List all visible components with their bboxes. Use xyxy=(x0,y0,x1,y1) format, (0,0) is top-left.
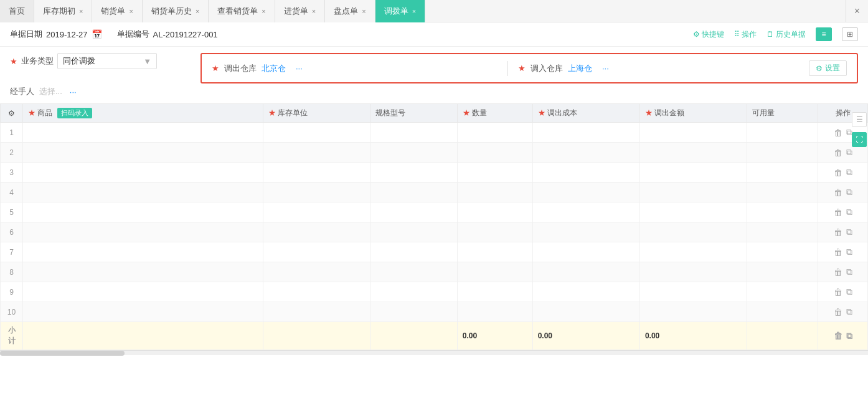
gear-icon[interactable]: ⚙ xyxy=(8,109,15,118)
tab-inventory-init-close[interactable]: × xyxy=(79,7,83,15)
tab-sales-order[interactable]: 销货单 × xyxy=(92,0,142,22)
handler-select[interactable]: 选择... xyxy=(39,86,62,97)
row-amount[interactable] xyxy=(639,262,747,282)
tab-inventory-init[interactable]: 库存期初 × xyxy=(34,0,92,22)
copy-row-btn[interactable]: ⧉ xyxy=(846,227,852,237)
tab-view-sales[interactable]: 查看销货单 × xyxy=(209,0,275,22)
row-cost[interactable] xyxy=(532,222,639,242)
row-product[interactable] xyxy=(23,183,263,202)
row-qty[interactable] xyxy=(457,282,532,302)
copy-row-btn[interactable]: ⧉ xyxy=(846,147,852,158)
row-product[interactable] xyxy=(23,123,263,143)
handler-more-btn[interactable]: ··· xyxy=(70,87,77,97)
scrollbar-thumb[interactable] xyxy=(0,351,125,356)
row-amount[interactable] xyxy=(639,143,747,163)
copy-row-btn[interactable]: ⧉ xyxy=(846,167,852,178)
row-amount[interactable] xyxy=(639,202,747,222)
row-cost[interactable] xyxy=(532,123,639,143)
row-product[interactable] xyxy=(23,163,263,183)
row-qty[interactable] xyxy=(457,183,532,202)
warehouse-out-value[interactable]: 北京仓 xyxy=(262,63,286,74)
tab-purchase-order[interactable]: 进货单 × xyxy=(275,0,325,22)
row-cost[interactable]: 0.00 xyxy=(532,322,639,350)
copy-row-btn[interactable]: ⧉ xyxy=(846,287,852,297)
delete-row-btn[interactable]: 🗑 xyxy=(834,287,842,297)
shortcut-btn[interactable]: ⚙ 快捷键 xyxy=(693,29,724,40)
copy-row-btn[interactable]: ⧉ xyxy=(846,267,852,277)
row-qty[interactable] xyxy=(457,163,532,183)
copy-row-btn[interactable]: ⧉ xyxy=(846,307,852,317)
row-amount[interactable] xyxy=(639,242,747,262)
row-qty[interactable] xyxy=(457,242,532,262)
delete-row-btn[interactable]: 🗑 xyxy=(834,247,842,257)
scan-btn[interactable]: 扫码录入 xyxy=(57,108,92,118)
row-cost[interactable] xyxy=(532,302,639,322)
copy-row-btn[interactable]: ⧉ xyxy=(846,247,852,257)
copy-row-btn[interactable]: ⧉ xyxy=(846,187,852,198)
delete-row-btn[interactable]: 🗑 xyxy=(834,128,842,138)
row-amount[interactable] xyxy=(639,183,747,202)
row-amount[interactable] xyxy=(639,222,747,242)
row-amount[interactable] xyxy=(639,123,747,143)
delete-row-btn[interactable]: 🗑 xyxy=(834,331,842,341)
col-gear[interactable]: ⚙ xyxy=(1,104,23,123)
row-product[interactable] xyxy=(23,302,263,322)
delete-row-btn[interactable]: 🗑 xyxy=(834,307,842,317)
row-qty[interactable] xyxy=(457,143,532,163)
row-amount[interactable]: 0.00 xyxy=(639,322,747,350)
row-cost[interactable] xyxy=(532,282,639,302)
row-amount[interactable] xyxy=(639,302,747,322)
tab-sales-history-close[interactable]: × xyxy=(196,7,199,15)
row-cost[interactable] xyxy=(532,183,639,202)
horizontal-scrollbar[interactable] xyxy=(0,350,868,355)
business-type-select[interactable]: 同价调拨 ▼ xyxy=(57,53,157,69)
row-qty[interactable] xyxy=(457,262,532,282)
tab-sales-order-close[interactable]: × xyxy=(129,7,133,15)
right-panel-list-btn[interactable]: ☰ xyxy=(852,112,867,127)
row-amount[interactable] xyxy=(639,282,747,302)
tab-transfer-order[interactable]: 调拨单 × xyxy=(375,0,425,22)
delete-row-btn[interactable]: 🗑 xyxy=(834,148,842,158)
delete-row-btn[interactable]: 🗑 xyxy=(834,267,842,277)
row-cost[interactable] xyxy=(532,242,639,262)
warehouse-in-more-btn[interactable]: ··· xyxy=(602,64,609,73)
row-product[interactable] xyxy=(23,242,263,262)
copy-row-btn[interactable]: ⧉ xyxy=(846,207,852,217)
row-product[interactable] xyxy=(23,143,263,163)
warehouse-out-more-btn[interactable]: ··· xyxy=(296,64,303,73)
row-qty[interactable]: 0.00 xyxy=(457,322,532,350)
tab-inventory-check-close[interactable]: × xyxy=(362,7,366,15)
row-qty[interactable] xyxy=(457,202,532,222)
grid-view-btn[interactable]: ⊞ xyxy=(842,27,858,41)
delete-row-btn[interactable]: 🗑 xyxy=(834,207,842,217)
row-cost[interactable] xyxy=(532,163,639,183)
row-product[interactable] xyxy=(23,322,263,350)
warehouse-in-value[interactable]: 上海仓 xyxy=(568,63,592,74)
row-cost[interactable] xyxy=(532,262,639,282)
row-qty[interactable] xyxy=(457,123,532,143)
row-product[interactable] xyxy=(23,222,263,242)
row-qty[interactable] xyxy=(457,222,532,242)
date-value[interactable]: 2019-12-27 xyxy=(46,30,88,39)
calendar-icon[interactable]: 📅 xyxy=(92,29,102,39)
delete-row-btn[interactable]: 🗑 xyxy=(834,188,842,198)
copy-row-btn[interactable]: ⧉ xyxy=(846,127,852,138)
history-btn[interactable]: 🗒 历史单据 xyxy=(767,29,806,40)
tab-home[interactable]: 首页 xyxy=(0,0,34,22)
row-product[interactable] xyxy=(23,282,263,302)
delete-row-btn[interactable]: 🗑 xyxy=(834,227,842,237)
row-qty[interactable] xyxy=(457,302,532,322)
tab-purchase-order-close[interactable]: × xyxy=(312,7,316,15)
tab-sales-history[interactable]: 销货单历史 × xyxy=(143,0,209,22)
row-cost[interactable] xyxy=(532,202,639,222)
copy-row-btn[interactable]: ⧉ xyxy=(846,331,852,341)
right-panel-expand-btn[interactable]: ⛶ xyxy=(852,132,867,147)
row-product[interactable] xyxy=(23,202,263,222)
delete-row-btn[interactable]: 🗑 xyxy=(834,168,842,178)
row-product[interactable] xyxy=(23,262,263,282)
tab-inventory-check[interactable]: 盘点单 × xyxy=(325,0,375,22)
operation-btn[interactable]: ⠿ 操作 xyxy=(734,29,757,40)
tab-bar-close-btn[interactable]: × xyxy=(846,0,868,22)
list-view-btn[interactable]: ≡ xyxy=(816,27,832,41)
tab-transfer-order-close[interactable]: × xyxy=(412,7,416,15)
